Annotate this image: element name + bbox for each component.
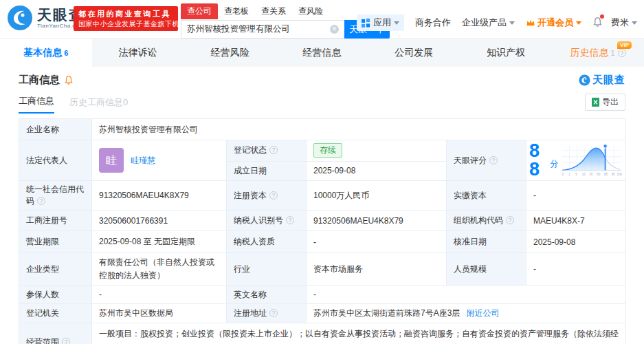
tab-legal-litigation[interactable]: 法律诉讼 [92, 39, 184, 67]
reg-authority-value: 苏州市吴中区数据局 [92, 304, 227, 323]
score-value: 88 [529, 142, 549, 179]
chevron-down-icon [576, 21, 581, 25]
company-type-value: 有限责任公司（非自然人投资或控股的法人独资） [92, 253, 227, 286]
search-input[interactable] [181, 20, 344, 39]
reg-capital-label: 注册资本? [227, 181, 307, 211]
nearby-companies-link[interactable]: 附近公司 [467, 308, 500, 318]
help-icon[interactable]: ? [62, 338, 70, 344]
table-row: 参保人数 - 英文名称 - [19, 286, 626, 304]
search-tab-boss[interactable]: 查老板 [218, 3, 255, 19]
industry-value: 资本市场服务 [307, 253, 447, 286]
company-name-label: 企业名称 [19, 119, 92, 140]
table-row: 统一社会信用代码? 91320506MAEU4K8X79 注册资本? 10000… [19, 181, 626, 211]
business-term-label: 营业期限 [19, 231, 92, 253]
username: 费米 [611, 17, 629, 29]
tianyancha-watermark-icon [579, 74, 590, 86]
paid-capital-value: - [526, 181, 626, 211]
score-label: 天眼评分? [447, 140, 526, 181]
watermark-logo: 天眼查 [579, 74, 625, 87]
help-icon[interactable]: ? [489, 156, 498, 164]
company-section-tabs: 基本信息 6 法律诉讼 经营风险 经营信息 公司发展 知识产权 VIP 历史信息… [0, 38, 644, 67]
org-code-label: 组织机构代码? [447, 211, 526, 231]
help-icon[interactable]: ? [269, 191, 278, 200]
subtab-current-business-info[interactable]: 工商信息 [19, 95, 54, 114]
business-info-section: 工商信息 天眼查 工商信息 历史工商信息0 [0, 67, 644, 344]
tab-basic-info[interactable]: 基本信息 6 [0, 39, 92, 67]
paid-capital-label: 实缴资本 [447, 181, 526, 211]
taxpayer-quali-value: - [307, 231, 447, 253]
search-tab-company[interactable]: 查公司 [181, 3, 218, 19]
site-header: 天眼查 TianYanCha.com 都在用的商业查询工具 国家中小企业发展子基… [0, 0, 644, 38]
svg-text:100: 100 [617, 173, 623, 176]
svg-text:60: 60 [597, 173, 601, 176]
uscc-label: 统一社会信用代码? [19, 181, 92, 211]
approval-date-value: 2025-09-08 [526, 231, 626, 253]
tianyancha-logo-icon [7, 5, 33, 31]
table-row: 工商注册号 320506001766391 纳税人识别号? 91320506MA… [19, 211, 626, 231]
user-menu[interactable]: 费米 [611, 17, 637, 29]
crown-icon [526, 19, 535, 27]
help-icon[interactable]: ? [269, 309, 278, 317]
apps-menu[interactable]: 应用 [357, 14, 404, 31]
svg-text:5: 5 [575, 173, 577, 176]
reg-address-cell: 苏州市吴中区太湖街道前珠路7号A座3层 附近公司 [307, 304, 626, 323]
subscribe-bell-icon[interactable] [64, 75, 74, 85]
open-vip-menu[interactable]: 开通会员 [526, 17, 581, 29]
taxpayer-id-value: 91320506MAEU4K8X79 [307, 211, 447, 231]
svg-text:1: 1 [569, 173, 571, 176]
english-name-label: 英文名称 [227, 286, 307, 304]
business-term-value: 2025-09-08 至 无固定期限 [92, 231, 227, 253]
slogan-line2: 国家中小企业发展子基金旗下机构 [78, 19, 173, 29]
tab-count: 1 [611, 49, 615, 57]
enterprise-products-menu[interactable]: 企业级产品 [462, 17, 515, 29]
approval-date-label: 核准日期 [447, 231, 526, 253]
excel-file-icon [592, 98, 599, 107]
reg-address-value: 苏州市吴中区太湖街道前珠路7号A座3层 [313, 308, 460, 318]
vip-badge: VIP [617, 41, 632, 49]
tab-count: 6 [64, 49, 68, 57]
help-icon[interactable]: ? [37, 197, 45, 205]
company-name-value: 苏州智核投资管理有限公司 [92, 119, 626, 140]
tab-operation-info[interactable]: 经营信息 [276, 39, 368, 67]
reg-authority-label: 登记机关 [19, 304, 92, 323]
notifications-bell[interactable] [592, 17, 603, 30]
clear-search-icon[interactable]: ✕ [330, 25, 339, 34]
tab-history-info[interactable]: VIP 历史信息 1 ? [552, 39, 644, 67]
chevron-down-icon [509, 21, 515, 25]
search-tab-risk[interactable]: 查风险 [292, 3, 329, 19]
legal-rep-link[interactable]: 眭瑾慧 [131, 155, 155, 166]
svg-text:0: 0 [562, 173, 564, 176]
table-row: 企业名称 苏州智核投资管理有限公司 [19, 119, 626, 140]
legal-rep-avatar[interactable]: 眭 [99, 148, 124, 173]
reg-status-label: 登记状态? [227, 140, 307, 162]
insured-value: - [92, 286, 227, 304]
business-cooperation-link[interactable]: 商务合作 [415, 17, 451, 29]
help-icon[interactable]: ? [286, 216, 294, 224]
help-icon[interactable]: ? [618, 49, 626, 57]
company-type-label: 企业类型 [19, 253, 92, 286]
tab-intellectual-property[interactable]: 知识产权 [460, 39, 552, 67]
reg-number-label: 工商注册号 [19, 211, 92, 231]
reg-capital-value: 10000万人民币 [307, 181, 447, 211]
table-row: 经营范围? 一般项目：股权投资；创业投资（限投资未上市企业）；以自有资金从事投资… [19, 323, 626, 344]
search-tab-relation[interactable]: 查关系 [255, 3, 292, 19]
help-icon[interactable]: ? [506, 216, 514, 224]
tab-operation-risk[interactable]: 经营风险 [184, 39, 276, 67]
score-cell[interactable]: 88 分 [526, 140, 626, 181]
apps-grid-icon [362, 19, 370, 28]
help-icon[interactable]: ? [269, 146, 278, 154]
taxpayer-id-label: 纳税人识别号? [227, 211, 307, 231]
tab-company-development[interactable]: 公司发展 [368, 39, 460, 67]
slogan-line1: 都在用的商业查询工具 [78, 8, 173, 19]
english-name-value: - [307, 286, 626, 304]
notification-dot [600, 14, 604, 19]
uscc-value: 91320506MAEU4K8X79 [92, 181, 227, 211]
business-scope-label: 经营范围? [19, 323, 92, 344]
subtab-history-business-info[interactable]: 历史工商信息0 [69, 96, 128, 114]
section-title: 工商信息 [19, 74, 60, 87]
staff-size-label: 人员规模 [447, 253, 526, 286]
reg-number-value: 320506001766391 [92, 211, 227, 231]
table-row: 企业类型 有限责任公司（非自然人投资或控股的法人独资） 行业 资本市场服务 人员… [19, 253, 626, 286]
table-row: 登记机关 苏州市吴中区数据局 注册地址? 苏州市吴中区太湖街道前珠路7号A座3层… [19, 304, 626, 323]
export-button[interactable]: 导出 [585, 94, 625, 111]
